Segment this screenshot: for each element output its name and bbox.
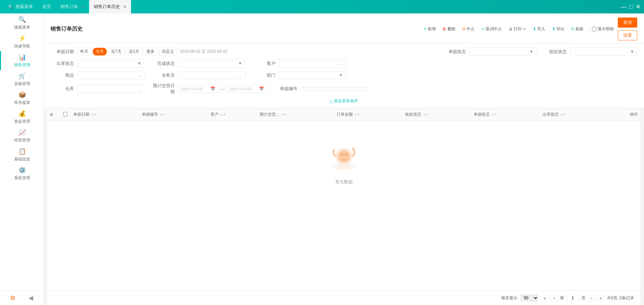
th-no-label: 单据编号 — [142, 112, 158, 117]
sidebar-item-search[interactable]: 🔍 搜索菜单 — [0, 13, 43, 32]
settings-col-header[interactable]: ⚙ — [47, 108, 60, 121]
delivery-date-from[interactable]: yyyy-mm-dd 📅 — [178, 85, 218, 93]
delivery-date-to[interactable]: yyyy-mm-dd 📅 — [227, 85, 267, 93]
sidebar-item-system[interactable]: ⚙️ 系统管理 — [0, 164, 43, 183]
th-pay-status[interactable]: 收款状态 ▲▼ — [402, 108, 471, 121]
salesperson-ellipsis-icon[interactable]: ... — [239, 73, 242, 78]
sidebar-settings-icon[interactable]: ⚙ — [10, 294, 15, 302]
warehouse-label: 仓库 — [50, 86, 77, 92]
print-label: 打印 — [514, 26, 522, 32]
first-page-btn[interactable]: « — [541, 295, 548, 302]
quicknav-icon: ⚡ — [18, 35, 26, 42]
page-size-select[interactable]: 50 10 20 100 — [520, 294, 539, 302]
th-amount-label: 订单金额 — [337, 112, 353, 117]
select-all-checkbox[interactable] — [63, 112, 68, 116]
query-button[interactable]: 查询 — [618, 17, 637, 28]
out-status-select[interactable]: ▼ — [77, 59, 144, 68]
date-btn-yesterday[interactable]: 昨天 — [77, 48, 91, 55]
order-status-select[interactable]: ▼ — [469, 47, 536, 56]
date-btn-last7[interactable]: 近7天 — [108, 48, 125, 55]
sidebar-item-quicknav[interactable]: ⚡ 快捷导航 — [0, 32, 43, 51]
th-customer[interactable]: 客户 ▲▼ — [208, 108, 257, 121]
date-btn-today[interactable]: 今天 — [93, 48, 107, 55]
order-no-input[interactable] — [301, 87, 368, 90]
table-settings-icon[interactable]: ⚙ — [50, 112, 53, 117]
tab-home[interactable]: 首页 — [38, 0, 56, 13]
minimize-btn[interactable]: — — [620, 3, 627, 10]
print-button[interactable]: 🖨 打印 ▼ — [506, 25, 529, 34]
th-ops-label: 操作 — [630, 112, 638, 117]
customer-field[interactable]: ... — [279, 59, 346, 68]
last-page-btn[interactable]: » — [597, 295, 604, 302]
prev-page-btn[interactable]: ‹ — [551, 295, 557, 302]
checkbox-col-header[interactable] — [60, 108, 71, 121]
maximize-btn[interactable]: □ — [629, 3, 633, 10]
th-no-sort: ▲▼ — [160, 113, 165, 116]
th-delivery[interactable]: 预计交货... ▲▼ — [257, 108, 334, 121]
tab-sales-order-history[interactable]: 销售订单历史 ✕ — [89, 0, 131, 13]
dept-select[interactable]: ▼ — [279, 71, 346, 79]
date-btn-more[interactable]: 更多 — [143, 48, 158, 55]
th-no[interactable]: 单据编号 ▲▼ — [139, 108, 208, 121]
sidebar-purchase-label: 采购管理 — [14, 81, 30, 87]
th-order-status[interactable]: 单据状态 ▲▼ — [471, 108, 540, 121]
pagination: 每页显示 50 10 20 100 « ‹ 第 页 › » 共0页, 0条记录 — [47, 291, 641, 305]
search-menu-item[interactable]: 🔍 搜索菜单 — [3, 0, 38, 13]
tab-sales-order-close[interactable]: ✕ — [81, 5, 84, 9]
goods-ellipsis-icon[interactable]: ... — [138, 73, 141, 78]
customer-ellipsis-icon[interactable]: ... — [339, 61, 343, 66]
delete-button[interactable]: 🗑 删除 — [440, 25, 458, 34]
warehouse-ellipsis-icon[interactable]: ... — [138, 86, 141, 91]
calendar-from-icon[interactable]: 📅 — [210, 86, 215, 91]
new-button[interactable]: + 新增 — [421, 24, 438, 34]
page-header: 销售订单历史 + 新增 🗑 删除 ⊘ 中止 ↩ 取消中止 — [44, 13, 644, 43]
import-button[interactable]: ⬇ 导入 — [530, 25, 548, 34]
sidebar-finance-label: 资金管理 — [14, 119, 30, 124]
sidebar-item-finance[interactable]: 💰 资金管理 — [0, 108, 43, 126]
complete-status-select[interactable]: ▼ — [178, 59, 245, 68]
filter-row-3: 商品 ... 业务员 ... 部门 ▼ — [50, 71, 637, 79]
th-out-status-sort: ▲▼ — [560, 113, 566, 116]
sidebar-item-sales[interactable]: 📊 销售管理 — [0, 51, 43, 70]
show-details-checkbox-label[interactable]: 显示明细 — [592, 26, 614, 32]
tab-sales-order-history-close[interactable]: ✕ — [123, 5, 126, 9]
th-pay-status-sort: ▲▼ — [423, 113, 428, 116]
date-btn-last1month[interactable]: 近1月 — [126, 48, 142, 55]
export-button[interactable]: ⬆ 导出 — [549, 25, 567, 34]
calendar-to-icon[interactable]: 📅 — [259, 86, 264, 91]
date-filter-content: 昨天 今天 近7天 近1月 更多 自定义 2023-06-02 至 2023-0… — [77, 48, 436, 55]
th-amount[interactable]: 订单金额 ▲▼ — [334, 108, 402, 121]
cancel-stop-button[interactable]: ↩ 取消中止 — [479, 25, 505, 34]
refresh-button[interactable]: ↻ 刷新 — [568, 25, 586, 34]
next-page-btn[interactable]: › — [588, 295, 594, 302]
date-label: 单据日期 — [50, 49, 77, 55]
sidebar-item-inventory[interactable]: 📦 库存核算 — [0, 89, 43, 108]
sidebar-item-operations[interactable]: 📈 经营管理 — [0, 126, 43, 145]
th-date[interactable]: 单据日期 ▲▼ — [71, 108, 139, 121]
goods-field[interactable]: ... — [77, 71, 144, 79]
warehouse-field[interactable]: ... — [77, 85, 144, 93]
tab-sales-order[interactable]: 销售订单 ✕ — [56, 0, 89, 13]
th-date-label: 单据日期 — [73, 112, 89, 117]
sidebar-inventory-label: 库存核算 — [14, 100, 30, 106]
table-wrapper: ⚙ 单据日期 ▲▼ 单据编号 ▲▼ — [47, 108, 641, 305]
th-order-status-label: 单据状态 — [474, 112, 490, 117]
baseinfo-icon: 📋 — [18, 148, 26, 155]
sidebar-collapse-icon[interactable]: ◀ — [29, 294, 33, 302]
stop-button[interactable]: ⊘ 中止 — [460, 25, 477, 34]
show-details-checkbox[interactable] — [592, 27, 596, 31]
sidebar-item-baseinfo[interactable]: 📋 基础信息 — [0, 145, 43, 164]
sales-icon: 📊 — [18, 53, 26, 61]
close-window-btn[interactable]: ✕ — [636, 3, 641, 10]
th-out-status[interactable]: 出库状态 ▲▼ — [540, 108, 608, 121]
collapse-button[interactable]: △ 收起更多条件 — [50, 98, 637, 104]
collapse-up-icon: △ — [330, 99, 333, 104]
settings-button[interactable]: 设置 — [618, 30, 637, 40]
salesperson-field[interactable]: ... — [178, 71, 245, 79]
svg-point-4 — [345, 153, 347, 156]
date-btn-custom[interactable]: 自定义 — [159, 48, 177, 55]
page-number-input[interactable] — [567, 295, 579, 301]
pay-status-select[interactable]: ▼ — [570, 47, 637, 56]
th-delivery-label: 预计交货... — [260, 112, 279, 117]
sidebar-item-purchase[interactable]: 🛒 采购管理 — [0, 70, 43, 89]
